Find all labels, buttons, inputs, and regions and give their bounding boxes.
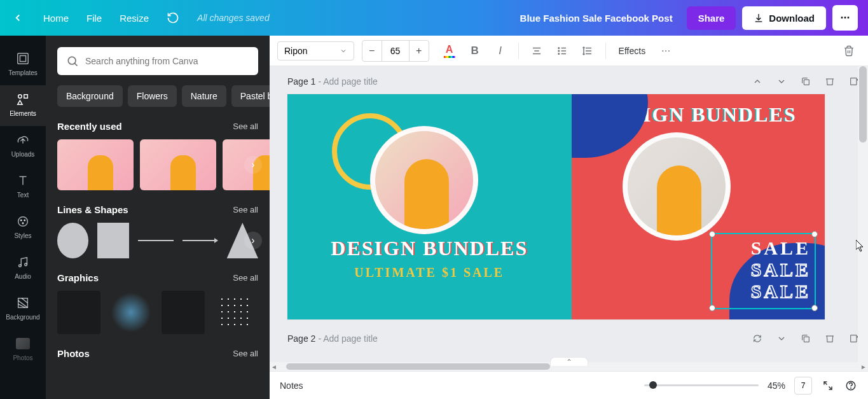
svg-rect-34 [851, 335, 857, 342]
zoom-value[interactable]: 45% [768, 381, 785, 391]
resize-handle[interactable] [709, 305, 715, 311]
resize-handle[interactable] [811, 231, 818, 237]
rail-uploads[interactable]: Uploads [0, 126, 46, 167]
selection-box[interactable] [711, 233, 816, 309]
resize-handle[interactable] [811, 305, 818, 311]
rail-styles[interactable]: Styles [0, 207, 46, 248]
scroll-right-icon[interactable]: ► [859, 363, 868, 370]
recent-thumb[interactable] [140, 139, 216, 190]
graphic-thumb[interactable] [214, 291, 257, 334]
align-button[interactable] [525, 39, 548, 62]
fullscreen-icon[interactable] [821, 379, 835, 393]
recent-see-all[interactable]: See all [233, 122, 258, 131]
shape-circle[interactable] [57, 223, 88, 258]
page-title-input[interactable]: - Add page title [318, 333, 377, 344]
graphic-thumb[interactable] [57, 291, 100, 334]
chip-background[interactable]: Background [57, 85, 123, 107]
home-menu[interactable]: Home [43, 13, 69, 24]
headline-text[interactable]: DESIGN BUNDLES [303, 237, 556, 260]
chip-pastel[interactable]: Pastel b [231, 85, 270, 107]
scrollbar-thumb[interactable] [859, 66, 867, 143]
design-panel-right[interactable]: DESIGN BUNDLES SALE SALE SALE [572, 94, 825, 319]
svg-point-8 [22, 223, 24, 224]
subline-text[interactable]: ULTIMATE $1 SALE [303, 265, 556, 280]
recent-thumb[interactable] [57, 139, 134, 190]
scroll-left-icon[interactable]: ◄ [270, 363, 279, 370]
rail-text[interactable]: Text [0, 167, 46, 207]
photo-element[interactable] [370, 126, 478, 234]
delete-page-icon[interactable] [823, 332, 836, 345]
svg-rect-33 [804, 337, 809, 342]
chip-nature[interactable]: Nature [182, 85, 226, 107]
undo-icon[interactable] [167, 11, 179, 24]
spacing-button[interactable] [576, 39, 599, 62]
photos-see-all[interactable]: See all [233, 349, 258, 358]
shape-arrow[interactable] [183, 223, 218, 258]
text-color-button[interactable]: A [438, 39, 461, 62]
svg-point-20 [558, 47, 560, 48]
notes-button[interactable]: Notes [280, 381, 303, 391]
pages-count-button[interactable]: 7 [794, 377, 812, 395]
page-label: Page 2 [287, 333, 315, 344]
design-panel-left[interactable]: DESIGN BUNDLES ULTIMATE $1 SALE [287, 94, 572, 319]
recent-next-icon[interactable]: › [244, 156, 262, 174]
rail-text-label: Text [17, 192, 29, 199]
photo-element[interactable] [623, 132, 731, 241]
rainbow-icon [444, 56, 455, 58]
rail-elements[interactable]: Elements [0, 85, 46, 126]
delete-button[interactable] [837, 39, 860, 62]
svg-point-24 [558, 53, 560, 54]
page-down-icon[interactable] [775, 332, 788, 345]
zoom-slider-thumb[interactable] [649, 381, 657, 389]
lines-see-all[interactable]: See all [233, 205, 258, 214]
page-up-icon[interactable] [751, 75, 764, 88]
effects-button[interactable]: Effects [612, 42, 652, 60]
graphic-thumb[interactable] [162, 291, 205, 334]
font-selector[interactable]: Ripon [277, 41, 354, 60]
canvas-page[interactable]: DESIGN BUNDLES ULTIMATE $1 SALE DESIGN B… [287, 94, 825, 319]
rail-audio[interactable]: Audio [0, 248, 46, 289]
share-button[interactable]: Share [687, 6, 736, 30]
shape-square[interactable] [97, 223, 128, 258]
shape-line[interactable] [138, 223, 174, 258]
rail-templates[interactable]: Templates [0, 45, 46, 85]
shapes-next-icon[interactable]: › [244, 232, 262, 249]
list-button[interactable] [551, 39, 574, 62]
document-title[interactable]: Blue Fashion Sale Facebook Post [520, 13, 673, 24]
rail-background[interactable]: Background [0, 289, 46, 330]
font-size-input[interactable] [382, 41, 410, 61]
back-arrow-icon[interactable] [10, 10, 25, 25]
rail-photos-label: Photos [13, 354, 32, 361]
zoom-slider[interactable] [644, 384, 759, 386]
rail-photos[interactable]: Photos [0, 330, 46, 370]
font-size-increase[interactable]: + [410, 41, 429, 61]
vertical-scrollbar[interactable] [858, 66, 868, 362]
search-input[interactable] [85, 56, 249, 66]
background-icon [15, 295, 31, 311]
graphic-thumb[interactable] [109, 291, 153, 334]
duplicate-page-icon[interactable] [799, 332, 812, 345]
scrollbar-thumb[interactable] [286, 363, 550, 370]
bottom-drawer-handle[interactable]: ⌃ [550, 357, 588, 366]
sync-page-icon[interactable] [751, 332, 764, 345]
download-button[interactable]: Download [742, 6, 826, 30]
delete-page-icon[interactable] [823, 75, 836, 88]
search-box[interactable] [57, 47, 258, 75]
graphics-see-all[interactable]: See all [233, 273, 258, 283]
file-menu[interactable]: File [86, 13, 102, 24]
styles-icon [15, 214, 31, 229]
svg-rect-1 [20, 55, 25, 61]
horizontal-scrollbar[interactable]: ◄ ► ⌃ [270, 362, 868, 371]
duplicate-page-icon[interactable] [799, 75, 812, 88]
resize-handle[interactable] [709, 231, 715, 237]
font-size-decrease[interactable]: − [362, 41, 382, 61]
bold-button[interactable]: B [464, 39, 486, 62]
italic-button[interactable]: I [489, 39, 512, 62]
resize-menu[interactable]: Resize [120, 13, 149, 24]
chip-flowers[interactable]: Flowers [128, 85, 177, 107]
more-menu-button[interactable]: ··· [832, 5, 858, 31]
help-icon[interactable] [844, 379, 858, 393]
page-down-icon[interactable] [775, 75, 788, 88]
page-title-input[interactable]: - Add page title [318, 76, 377, 87]
more-toolbar-button[interactable]: ··· [654, 39, 677, 62]
